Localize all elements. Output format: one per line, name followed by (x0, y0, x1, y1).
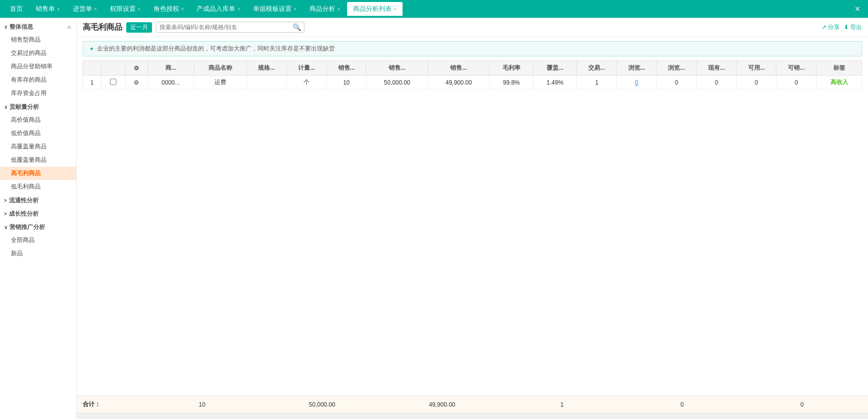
nav-tab-销售单[interactable]: 销售单× (30, 2, 66, 16)
group-title-label: 贡献量分析 (9, 103, 39, 111)
sidebar-toggle-button[interactable]: « (64, 22, 74, 32)
col-header-current[interactable]: 现有... (697, 61, 737, 76)
footer-totals: 合计： 10 50,000.00 49,900.00 1 0 0 (77, 395, 868, 413)
tab-close-icon[interactable]: × (294, 6, 297, 12)
tab-close-icon[interactable]: × (181, 6, 184, 12)
browse-link[interactable]: 0 (635, 79, 638, 86)
cell-check[interactable] (101, 76, 125, 90)
group-title-label: 营销推广分析 (9, 223, 45, 232)
nav-tab-商品分析列表[interactable]: 商品分析列表× (347, 2, 403, 16)
sidebar-item-新品[interactable]: 新品 (0, 247, 76, 260)
sidebar-group-成长性分析[interactable]: >成长性分析 (0, 207, 76, 220)
col-header-browse2[interactable]: 浏览... (657, 61, 697, 76)
cell-coverage: 1.49% (533, 76, 577, 90)
cell-sellable: 0 (776, 76, 817, 90)
header-actions: ↗ 分享 ⬇ 导出 (821, 23, 862, 32)
info-icon: ✦ (89, 46, 94, 52)
col-header-unit[interactable]: 计量... (287, 61, 327, 76)
nav-tab-产成品入库单[interactable]: 产成品入库单× (191, 2, 246, 16)
col-header-browse1[interactable]: 浏览... (617, 61, 657, 76)
tab-close-icon[interactable]: × (337, 6, 340, 12)
sidebar-item-有库存的商品[interactable]: 有库存的商品 (0, 73, 76, 87)
col-header-coverage[interactable]: 覆盖... (533, 61, 577, 76)
nav-tab-单据模板设置[interactable]: 单据模板设置× (247, 2, 303, 16)
group-arrow-icon: ∨ (4, 104, 7, 110)
sidebar-group-贡献量分析[interactable]: ∨贡献量分析 (0, 100, 76, 113)
cell-spec (247, 76, 287, 90)
col-header-sale_profit[interactable]: 销售... (428, 61, 489, 76)
cell-browse1: 0 (617, 76, 657, 90)
sidebar-item-低价值商品[interactable]: 低价值商品 (0, 127, 76, 140)
sidebar-item-高价值商品[interactable]: 高价值商品 (0, 113, 76, 127)
col-header-index[interactable] (83, 61, 102, 76)
cell-available: 0 (736, 76, 776, 90)
sidebar-item-商品分登助销率[interactable]: 商品分登助销率 (0, 60, 76, 73)
nav-tab-首页[interactable]: 首页 (4, 2, 29, 16)
sidebar-item-全部商品[interactable]: 全部商品 (0, 233, 76, 247)
window-close-button[interactable]: × (851, 4, 864, 14)
footer-sale-count: 10 (142, 401, 262, 408)
col-header-available[interactable]: 可用... (736, 61, 776, 76)
col-header-code[interactable]: 商... (148, 61, 194, 76)
cell-browse2: 0 (657, 76, 697, 90)
share-label: 分享 (828, 23, 840, 32)
share-button[interactable]: ↗ 分享 (821, 23, 840, 32)
sidebar-item-低毛利商品[interactable]: 低毛利商品 (0, 180, 76, 193)
sidebar-group-营销推广分析[interactable]: ∨营销推广分析 (0, 220, 76, 233)
col-header-trade[interactable]: 交易... (577, 61, 617, 76)
sidebar-item-高覆盖量商品[interactable]: 高覆盖量商品 (0, 140, 76, 153)
data-table-wrapper[interactable]: ⚙商...商品名称规格...计量...销售...销售...销售...毛利率覆盖.… (77, 60, 868, 395)
nav-tab-权限设置[interactable]: 权限设置× (104, 2, 147, 16)
export-button[interactable]: ⬇ 导出 (844, 23, 862, 32)
footer-sale-profit: 49,900.00 (382, 401, 502, 408)
row-checkbox[interactable] (110, 79, 116, 85)
group-title-label: 整体信息 (9, 23, 33, 31)
col-header-name[interactable]: 商品名称 (194, 61, 247, 76)
sidebar-item-高毛利商品[interactable]: 高毛利商品 (0, 167, 76, 180)
cell-unit: 个 (287, 76, 327, 90)
cell-tag: 高收入 (817, 76, 862, 90)
col-header-settings[interactable]: ⚙ (125, 61, 148, 76)
group-arrow-icon: > (4, 211, 7, 217)
cell-code: 0000... (148, 76, 194, 90)
tab-close-icon[interactable]: × (237, 6, 240, 12)
col-header-sale_amount[interactable]: 销售... (366, 61, 428, 76)
horizontal-scrollbar[interactable] (77, 413, 868, 419)
col-header-spec[interactable]: 规格... (247, 61, 287, 76)
col-header-sale_count[interactable]: 销售... (326, 61, 366, 76)
search-icon[interactable]: 🔍 (293, 23, 301, 31)
main-layout: « ∨整体信息销售型商品交易过的商品商品分登助销率有库存的商品库存资金占用∨贡献… (0, 18, 868, 419)
group-title-label: 流通性分析 (9, 196, 39, 205)
tab-close-icon[interactable]: × (394, 6, 397, 12)
time-filter-button[interactable]: 近一月 (126, 22, 152, 33)
sidebar-group-流通性分析[interactable]: >流通性分析 (0, 193, 76, 207)
col-header-gross_rate[interactable]: 毛利率 (490, 61, 533, 76)
cell-settings[interactable]: ⚙ (125, 76, 148, 90)
settings-icon[interactable]: ⚙ (134, 79, 139, 86)
nav-tab-进货单[interactable]: 进货单× (67, 2, 103, 16)
footer-trade: 1 (502, 401, 622, 408)
tab-close-icon[interactable]: × (138, 6, 141, 12)
tab-close-icon[interactable]: × (57, 6, 60, 12)
sidebar-item-交易过的商品[interactable]: 交易过的商品 (0, 47, 76, 60)
data-table: ⚙商...商品名称规格...计量...销售...销售...销售...毛利率覆盖.… (83, 60, 862, 90)
sidebar-item-销售型商品[interactable]: 销售型商品 (0, 33, 76, 47)
group-arrow-icon: > (4, 198, 7, 203)
export-icon: ⬇ (844, 24, 849, 31)
cell-sale_amount: 50,000.00 (366, 76, 428, 90)
cell-gross_rate: 99.8% (490, 76, 533, 90)
tag-badge: 高收入 (830, 79, 848, 86)
cell-current: 0 (697, 76, 737, 90)
col-header-tag[interactable]: 标签 (817, 61, 862, 76)
cell-index: 1 (83, 76, 102, 90)
sidebar-item-低覆盖量商品[interactable]: 低覆盖量商品 (0, 153, 76, 167)
nav-tab-角色授权[interactable]: 角色授权× (148, 2, 190, 16)
nav-tab-商品分析[interactable]: 商品分析× (304, 2, 346, 16)
col-header-check[interactable] (101, 61, 125, 76)
content-header: 高毛利商品 近一月 🔍 ↗ 分享 ⬇ 导出 (77, 18, 868, 37)
tab-close-icon[interactable]: × (94, 6, 97, 12)
search-input[interactable] (159, 24, 291, 31)
col-header-sellable[interactable]: 可销... (776, 61, 817, 76)
info-text: 企业的主要的利润都是这部分商品创造的，可考虑加大推广，同时关注库存是不要出现缺货 (97, 45, 335, 53)
sidebar-item-库存资金占用[interactable]: 库存资金占用 (0, 87, 76, 100)
